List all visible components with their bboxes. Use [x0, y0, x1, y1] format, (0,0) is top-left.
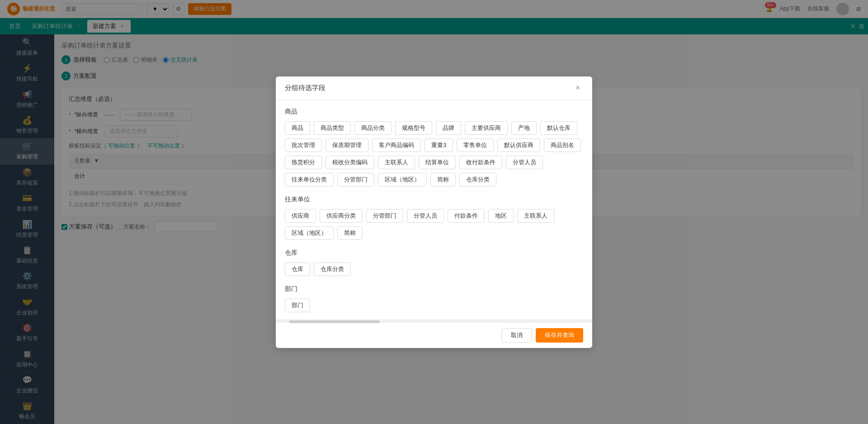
section-dept-title: 部门 — [285, 285, 583, 293]
field-tag[interactable]: 税收分类编码 — [326, 156, 374, 169]
field-tag[interactable]: 仓库 — [285, 262, 310, 276]
field-tag[interactable]: 仓库分类 — [314, 262, 351, 276]
field-tag[interactable]: 品牌 — [436, 121, 461, 135]
field-tag[interactable]: 默认供应商 — [497, 138, 540, 152]
modal-footer: 取消 保存并查询 — [276, 322, 592, 348]
field-tag[interactable]: 简称 — [337, 226, 363, 240]
field-tag[interactable]: 区域（地区） — [285, 226, 334, 240]
section-partner-title: 往来单位 — [285, 195, 583, 204]
modal-h-scrollbar[interactable] — [276, 319, 592, 322]
field-tag[interactable]: 分管部门 — [337, 173, 374, 186]
field-tag[interactable]: 结算单位 — [419, 156, 456, 169]
field-tag[interactable]: 产地 — [511, 121, 537, 135]
field-tag[interactable]: 供应商 — [285, 209, 316, 223]
field-tag[interactable]: 主联系人 — [378, 156, 415, 169]
field-tag[interactable]: 零售单位 — [457, 138, 494, 152]
modal-body: 商品 商品 商品类型 商品分类 规格型号 品牌 主要供应商 产地 默认仓库 批次… — [276, 100, 592, 319]
field-tag[interactable]: 规格型号 — [395, 121, 432, 135]
field-tag[interactable]: 保质期管理 — [326, 138, 368, 152]
cancel-button[interactable]: 取消 — [501, 328, 532, 343]
field-tag[interactable]: 拣货积分 — [285, 156, 322, 169]
modal-close-btn[interactable]: × — [572, 83, 583, 94]
modal-overlay: 分组待选字段 × 商品 商品 商品类型 商品分类 规格型号 品牌 主要供应商 产… — [0, 0, 868, 424]
field-tag[interactable]: 简称 — [430, 173, 456, 186]
field-tag[interactable]: 商品 — [285, 121, 310, 135]
field-tag[interactable]: 商品分类 — [354, 121, 392, 135]
field-tag[interactable]: 重量3 — [425, 138, 453, 152]
section-warehouse-title: 仓库 — [285, 249, 583, 257]
field-tag[interactable]: 供应商分类 — [320, 209, 363, 223]
field-tag[interactable]: 地区 — [488, 209, 514, 223]
field-tag[interactable]: 部门 — [285, 299, 310, 312]
modal-title: 分组待选字段 — [285, 84, 326, 92]
field-tag[interactable]: 往来单位分类 — [285, 173, 334, 186]
field-tag[interactable]: 区域（地区） — [378, 173, 427, 186]
field-tag[interactable]: 商品别名 — [544, 138, 581, 152]
field-tag[interactable]: 默认仓库 — [540, 121, 577, 135]
field-tag[interactable]: 主要供应商 — [465, 121, 508, 135]
save-confirm-button[interactable]: 保存并查询 — [536, 328, 583, 343]
section-goods: 商品 商品 商品类型 商品分类 规格型号 品牌 主要供应商 产地 默认仓库 批次… — [285, 108, 583, 186]
modal-dialog: 分组待选字段 × 商品 商品 商品类型 商品分类 规格型号 品牌 主要供应商 产… — [276, 76, 592, 348]
field-tag[interactable]: 仓库分类 — [459, 173, 496, 186]
section-warehouse-tags: 仓库 仓库分类 — [285, 262, 583, 276]
field-tag[interactable]: 客户商品编码 — [372, 138, 421, 152]
field-tag[interactable]: 批次管理 — [285, 138, 322, 152]
section-partner: 往来单位 供应商 供应商分类 分管部门 分管人员 付款条件 地区 主联系人 区域… — [285, 195, 583, 240]
field-tag[interactable]: 商品类型 — [314, 121, 351, 135]
field-tag[interactable]: 收付款条件 — [459, 156, 502, 169]
field-tag[interactable]: 分管人员 — [506, 156, 543, 169]
field-tag[interactable]: 分管部门 — [366, 209, 403, 223]
modal-scrollbar-thumb — [289, 320, 380, 323]
field-tag[interactable]: 主联系人 — [517, 209, 554, 223]
section-goods-title: 商品 — [285, 108, 583, 116]
field-tag[interactable]: 付款条件 — [448, 209, 485, 223]
field-tag[interactable]: 分管人员 — [407, 209, 444, 223]
section-goods-tags: 商品 商品类型 商品分类 规格型号 品牌 主要供应商 产地 默认仓库 批次管理 … — [285, 121, 583, 186]
section-warehouse: 仓库 仓库 仓库分类 — [285, 249, 583, 276]
section-dept-tags: 部门 — [285, 299, 583, 312]
modal-header: 分组待选字段 × — [276, 76, 592, 100]
section-partner-tags: 供应商 供应商分类 分管部门 分管人员 付款条件 地区 主联系人 区域（地区） … — [285, 209, 583, 240]
section-dept: 部门 部门 — [285, 285, 583, 312]
